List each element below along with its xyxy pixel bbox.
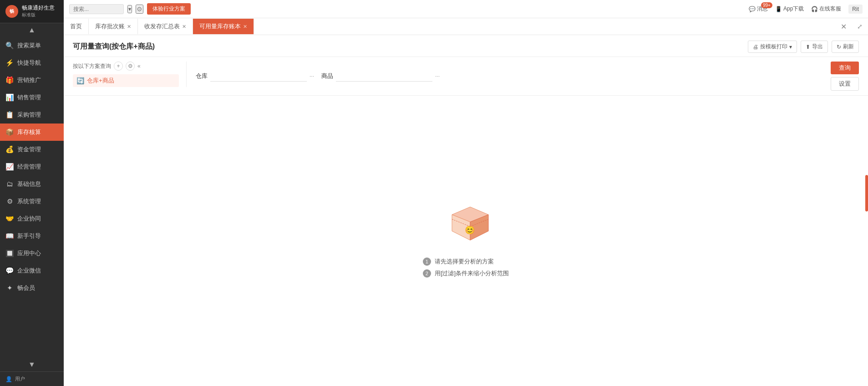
sidebar-item-应用中心[interactable]: 🔲应用中心 bbox=[0, 245, 64, 262]
page-title: 可用量查询(按仓库+商品) bbox=[73, 42, 155, 51]
app-logo: 畅 bbox=[5, 5, 18, 18]
scheme-item-仓库+商品[interactable]: 🔄仓库+商品 bbox=[73, 74, 179, 87]
service-icon: 🎧 bbox=[811, 6, 818, 12]
sidebar-item-icon: 📊 bbox=[5, 93, 14, 102]
app-title-block: 畅康通好生意 标准版 bbox=[22, 5, 55, 18]
expand-button[interactable]: ⤢ bbox=[852, 18, 868, 35]
close-tab-button[interactable]: ✕ bbox=[835, 18, 852, 35]
warehouse-field: 仓库 ··· bbox=[196, 71, 314, 82]
scheme-label: 仓库+商品 bbox=[87, 77, 114, 85]
sidebar-item-畅会员[interactable]: ✦畅会员 bbox=[0, 279, 64, 297]
sidebar-item-新手引导[interactable]: 📖新手引导 bbox=[0, 227, 64, 245]
tabbar-actions: ✕ ⤢ bbox=[835, 18, 868, 35]
sidebar-item-icon: 📋 bbox=[5, 111, 14, 119]
online-service-button[interactable]: 🎧 在线客服 bbox=[811, 5, 841, 13]
sidebar-item-企业协同[interactable]: 🤝企业协同 bbox=[0, 210, 64, 227]
sidebar-item-系统管理[interactable]: ⚙系统管理 bbox=[0, 193, 64, 210]
message-button[interactable]: 💬 消息 99+ bbox=[749, 5, 768, 13]
tab-首页[interactable]: 首页 bbox=[64, 19, 89, 34]
filter-header-label: 按以下方案查询 bbox=[73, 62, 111, 70]
product-input[interactable] bbox=[336, 71, 432, 82]
tip-2-text: 用[过滤]条件来缩小分析范围 bbox=[435, 269, 509, 278]
tab-label: 收发存汇总表 bbox=[144, 22, 180, 31]
tab-收发存汇总表[interactable]: 收发存汇总表✕ bbox=[138, 19, 193, 34]
sidebar-item-icon: ✦ bbox=[5, 284, 14, 292]
page-header: 可用量查询(按仓库+商品) 🖨 按模板打印 ▾ ⬆ 导出 ↻ 刷新 bbox=[64, 35, 868, 57]
filter-collapse-button[interactable]: « bbox=[137, 63, 141, 69]
sidebar-item-label: 资金管理 bbox=[17, 145, 41, 154]
refresh-button[interactable]: ↻ 刷新 bbox=[832, 41, 859, 53]
product-field: 商品 ··· bbox=[321, 71, 440, 82]
gear-button[interactable]: ⚙ bbox=[136, 5, 143, 14]
sidebar-item-经营管理[interactable]: 📈经营管理 bbox=[0, 158, 64, 175]
sidebar-username: 用户 bbox=[15, 376, 25, 382]
empty-illustration: 😊 bbox=[443, 205, 488, 250]
tabbar: 首页库存批次账✕收发存汇总表✕可用量库存账本✕ ✕ ⤢ bbox=[64, 18, 868, 35]
cube-wrapper: 😊 bbox=[447, 205, 484, 241]
sidebar-item-icon: 🎁 bbox=[5, 76, 14, 84]
search-input[interactable] bbox=[69, 4, 124, 14]
product-more-button[interactable]: ··· bbox=[435, 73, 440, 79]
print-template-button[interactable]: 🖨 按模板打印 ▾ bbox=[748, 41, 797, 53]
warehouse-more-button[interactable]: ··· bbox=[310, 73, 314, 79]
sidebar-item-label: 库存核算 bbox=[17, 128, 41, 136]
column-settings-button[interactable]: 设置 bbox=[831, 77, 859, 91]
sidebar-item-icon: ⚙ bbox=[5, 197, 14, 206]
chevron-down-icon: ▾ bbox=[789, 44, 792, 50]
tab-可用量库存账本[interactable]: 可用量库存账本✕ bbox=[193, 19, 254, 34]
tab-close-icon[interactable]: ✕ bbox=[243, 24, 247, 30]
filter-add-button[interactable]: + bbox=[114, 62, 123, 71]
sidebar-header: 畅 畅康通好生意 标准版 bbox=[0, 0, 64, 23]
sidebar-item-库存核算[interactable]: 📦库存核算 bbox=[0, 124, 64, 141]
cube-illustration: 😊 bbox=[447, 205, 484, 237]
sidebar-item-icon: ⚡ bbox=[5, 59, 14, 67]
sidebar-item-label: 畅会员 bbox=[17, 284, 35, 292]
export-icon: ⬆ bbox=[806, 44, 810, 50]
sidebar-item-label: 快捷导航 bbox=[17, 59, 41, 67]
export-button[interactable]: ⬆ 导出 bbox=[801, 41, 828, 53]
query-button[interactable]: 查询 bbox=[831, 62, 859, 74]
sidebar-item-企业微信[interactable]: 💬企业微信 bbox=[0, 262, 64, 279]
right-scrollbar[interactable] bbox=[865, 175, 868, 211]
dropdown-button[interactable]: ▾ bbox=[127, 5, 132, 13]
user-icon: 👤 bbox=[5, 376, 12, 382]
filter-panel: 按以下方案查询 + ⚙ « 🔄仓库+商品 仓库 ··· 商品 ··· 查询 设置 bbox=[64, 57, 868, 96]
sidebar-item-采购管理[interactable]: 📋采购管理 bbox=[0, 106, 64, 124]
app-download-button[interactable]: 📱 App下载 bbox=[775, 5, 804, 13]
filter-header: 按以下方案查询 + ⚙ « bbox=[73, 62, 179, 71]
filter-fields: 仓库 ··· 商品 ··· 查询 设置 bbox=[187, 62, 859, 91]
sidebar-item-icon: 🤝 bbox=[5, 215, 14, 223]
scheme-items: 🔄仓库+商品 bbox=[73, 74, 179, 87]
sidebar-menu: 🔍搜索菜单⚡快捷导航🎁营销推广📊销售管理📋采购管理📦库存核算💰资金管理📈经营管理… bbox=[0, 37, 64, 358]
tab-label: 可用量库存账本 bbox=[199, 22, 241, 31]
sidebar-item-icon: 🗂 bbox=[5, 180, 14, 188]
message-badge: 99+ bbox=[761, 2, 772, 8]
empty-state: 😊 1 请先选择要分析的方案 2 用[过滤]条件来缩小分析范围 bbox=[423, 205, 509, 278]
warehouse-input[interactable] bbox=[210, 71, 307, 82]
user-menu[interactable]: Rit bbox=[848, 5, 863, 14]
sidebar-scroll-down[interactable]: ▼ bbox=[0, 358, 64, 371]
sidebar-item-label: 经营管理 bbox=[17, 163, 41, 171]
page-actions: 🖨 按模板打印 ▾ ⬆ 导出 ↻ 刷新 bbox=[748, 41, 859, 53]
sidebar-item-营销推广[interactable]: 🎁营销推广 bbox=[0, 72, 64, 89]
app-title: 畅康通好生意 bbox=[22, 5, 55, 12]
sidebar-item-label: 搜索菜单 bbox=[17, 41, 41, 50]
product-label: 商品 bbox=[321, 72, 333, 80]
sidebar-scroll-up[interactable]: ▲ bbox=[0, 23, 64, 37]
sidebar-item-基础信息[interactable]: 🗂基础信息 bbox=[0, 175, 64, 193]
sidebar-item-资金管理[interactable]: 💰资金管理 bbox=[0, 141, 64, 158]
sidebar-item-label: 企业微信 bbox=[17, 267, 41, 275]
sidebar-item-icon: 📖 bbox=[5, 232, 14, 240]
sidebar-item-销售管理[interactable]: 📊销售管理 bbox=[0, 89, 64, 106]
sidebar-item-搜索菜单[interactable]: 🔍搜索菜单 bbox=[0, 37, 64, 54]
tab-close-icon[interactable]: ✕ bbox=[182, 24, 186, 30]
tab-close-icon[interactable]: ✕ bbox=[127, 24, 131, 30]
tab-库存批次账[interactable]: 库存批次账✕ bbox=[89, 19, 138, 34]
filter-settings-button[interactable]: ⚙ bbox=[126, 62, 135, 71]
sidebar: 畅 畅康通好生意 标准版 ▲ 🔍搜索菜单⚡快捷导航🎁营销推广📊销售管理📋采购管理… bbox=[0, 0, 64, 386]
print-icon: 🖨 bbox=[753, 44, 758, 50]
sidebar-item-快捷导航[interactable]: ⚡快捷导航 bbox=[0, 54, 64, 72]
empty-tips: 1 请先选择要分析的方案 2 用[过滤]条件来缩小分析范围 bbox=[423, 257, 509, 278]
message-icon: 💬 bbox=[749, 6, 756, 12]
industry-solution-button[interactable]: 体验行业方案 bbox=[147, 3, 191, 15]
